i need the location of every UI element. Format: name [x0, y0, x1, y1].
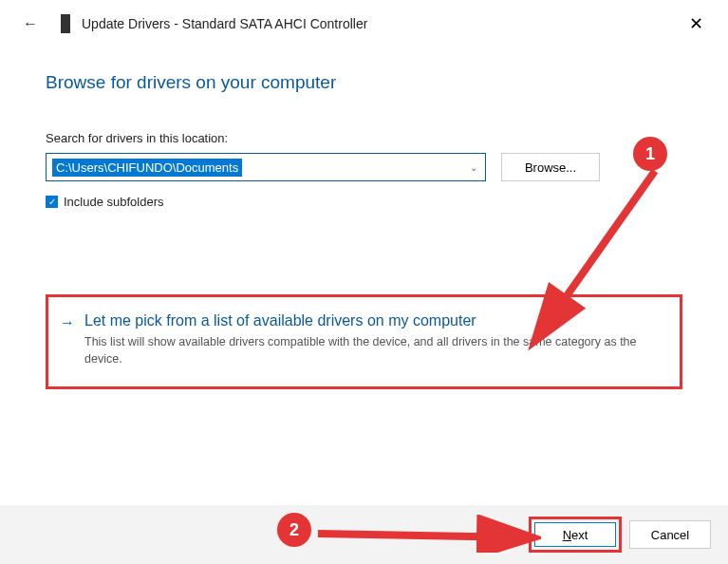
include-subfolders-label: Include subfolders: [64, 195, 164, 209]
include-subfolders-checkbox[interactable]: ✓: [46, 196, 58, 208]
page-heading: Browse for drivers on your computer: [46, 72, 682, 93]
device-icon: [61, 14, 70, 33]
arrow-right-icon: →: [60, 314, 75, 367]
chevron-down-icon: ⌄: [470, 162, 477, 173]
path-combobox[interactable]: C:\Users\CHIFUNDO\Documents ⌄: [46, 153, 486, 181]
option-description: This list will show available drivers co…: [84, 333, 663, 367]
window-title: Update Drivers - Standard SATA AHCI Cont…: [82, 16, 367, 31]
annotation-badge-2: 2: [277, 513, 311, 547]
close-button[interactable]: ✕: [681, 9, 711, 38]
title-bar: ← Update Drivers - Standard SATA AHCI Co…: [0, 0, 728, 44]
dialog-footer: Next Cancel: [0, 505, 728, 564]
pick-from-list-option[interactable]: → Let me pick from a list of available d…: [46, 294, 682, 389]
search-location-label: Search for drivers in this location:: [46, 131, 682, 145]
back-arrow-icon[interactable]: ←: [19, 11, 42, 36]
path-value: C:\Users\CHIFUNDO\Documents: [52, 159, 242, 177]
next-highlight: Next: [529, 517, 622, 553]
option-title: Let me pick from a list of available dri…: [84, 312, 663, 329]
browse-button[interactable]: Browse...: [501, 153, 600, 181]
next-button[interactable]: Next: [534, 522, 616, 547]
annotation-badge-1: 1: [633, 137, 667, 171]
cancel-button[interactable]: Cancel: [629, 520, 711, 549]
